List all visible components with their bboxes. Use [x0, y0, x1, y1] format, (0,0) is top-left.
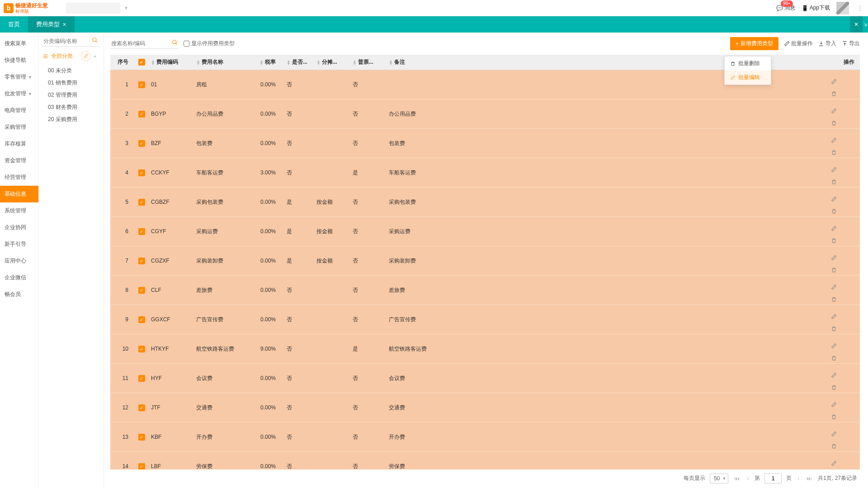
col-rate[interactable]: ▲▼税率	[252, 55, 284, 70]
category-item[interactable]: 02 管理费用	[39, 89, 104, 101]
edit-row-button[interactable]	[831, 431, 854, 437]
col-select-all[interactable]: ✓	[135, 55, 148, 70]
edit-row-button[interactable]	[831, 108, 854, 114]
delete-row-button[interactable]	[831, 443, 854, 449]
search-icon[interactable]	[92, 37, 98, 43]
col-is[interactable]: ▲▼是否...	[284, 55, 314, 70]
table-row[interactable]: 4✓CCKYF车船客运费3.00%否是车船客运费	[110, 158, 860, 188]
sidebar-item[interactable]: 搜索菜单	[0, 35, 38, 52]
sidebar-item[interactable]: 应用中心	[0, 253, 38, 269]
bulk-delete-item[interactable]: 批量删除	[725, 56, 771, 70]
table-row[interactable]: 13✓KBF开办费0.00%否否开办费	[110, 422, 860, 452]
delete-row-button[interactable]	[831, 150, 854, 155]
sidebar-item[interactable]: 企业协同	[0, 219, 38, 236]
table-row[interactable]: 9✓GGXCF广告宣传费0.00%否否广告宣传费	[110, 305, 860, 334]
table-row[interactable]: 14✓LBF劳保费0.00%否否劳保费	[110, 452, 860, 470]
cell-checkbox[interactable]: ✓	[135, 246, 148, 276]
cell-checkbox[interactable]: ✓	[135, 99, 148, 129]
sidebar-item[interactable]: 畅会员	[0, 286, 38, 303]
sidebar-item[interactable]: 电商管理	[0, 102, 38, 119]
cell-checkbox[interactable]: ✓	[135, 158, 148, 188]
avatar[interactable]	[836, 2, 849, 14]
sidebar-item[interactable]: 经营管理	[0, 169, 38, 186]
app-download-button[interactable]: 📱 App下载	[802, 4, 830, 12]
export-button[interactable]: 导出	[842, 40, 860, 47]
sidebar-item[interactable]: 零售管理▼	[0, 69, 38, 85]
page-input[interactable]	[764, 473, 782, 483]
cell-checkbox[interactable]: ✓	[135, 70, 148, 99]
sidebar-item[interactable]: 批发管理▼	[0, 85, 38, 102]
table-row[interactable]: 10✓HTKYF航空铁路客运费9.00%否是航空铁路客运费	[110, 334, 860, 364]
fullscreen-toggle[interactable]: ⇲	[863, 16, 868, 33]
col-share[interactable]: ▲▼分摊...	[314, 55, 350, 70]
col-code[interactable]: ▲▼费用编码	[148, 55, 193, 70]
search-icon[interactable]	[172, 39, 178, 46]
cell-checkbox[interactable]: ✓	[135, 334, 148, 364]
delete-row-button[interactable]	[831, 91, 854, 97]
edit-row-button[interactable]	[831, 255, 854, 261]
show-disabled-checkbox[interactable]: 显示停用费用类型	[184, 40, 235, 47]
table-row[interactable]: 12✓JTF交通费0.00%否否交通费	[110, 393, 860, 422]
edit-row-button[interactable]	[831, 79, 854, 84]
category-item[interactable]: 03 财务费用	[39, 101, 104, 113]
delete-row-button[interactable]	[831, 385, 854, 390]
per-page-select[interactable]: 50 ▼	[710, 474, 728, 483]
edit-row-button[interactable]	[831, 402, 854, 408]
edit-row-button[interactable]	[831, 343, 854, 349]
edit-row-button[interactable]	[831, 196, 854, 202]
category-item[interactable]: 20 采购费用	[39, 113, 104, 126]
cell-checkbox[interactable]: ✓	[135, 452, 148, 470]
sidebar-item[interactable]: 基础信息	[0, 186, 38, 202]
category-item[interactable]: 01 销售费用	[39, 77, 104, 89]
cell-checkbox[interactable]: ✓	[135, 305, 148, 334]
sidebar-item[interactable]: 系统管理	[0, 202, 38, 219]
sidebar-item[interactable]: 库存核算	[0, 136, 38, 152]
cell-checkbox[interactable]: ✓	[135, 276, 148, 305]
new-fee-type-button[interactable]: + 新增费用类型	[730, 37, 778, 50]
cell-checkbox[interactable]: ✓	[135, 129, 148, 158]
edit-category-button[interactable]	[81, 51, 91, 61]
first-page-button[interactable]: ⏮	[733, 475, 741, 482]
edit-row-button[interactable]	[831, 372, 854, 378]
next-page-button[interactable]: ›	[796, 475, 801, 482]
close-icon[interactable]: ✕	[62, 22, 66, 28]
delete-row-button[interactable]	[831, 355, 854, 361]
prev-page-button[interactable]: ‹	[745, 475, 750, 482]
delete-row-button[interactable]	[831, 208, 854, 214]
cell-checkbox[interactable]: ✓	[135, 422, 148, 452]
edit-row-button[interactable]	[831, 137, 854, 143]
edit-row-button[interactable]	[831, 460, 854, 466]
delete-row-button[interactable]	[831, 179, 854, 185]
table-row[interactable]: 5✓CGBZF采购包装费0.00%是按金额否采购包装费	[110, 188, 860, 217]
delete-row-button[interactable]	[831, 296, 854, 302]
messages-button[interactable]: 💬 消息 99+	[776, 4, 795, 12]
category-all-label[interactable]: 全部分类	[51, 52, 78, 60]
collapse-panel-button[interactable]: «	[94, 53, 100, 59]
col-name[interactable]: ▲▼费用名称	[193, 55, 252, 70]
table-row[interactable]: 8✓CLF差旅费0.00%否否差旅费	[110, 276, 860, 305]
bulk-edit-item[interactable]: 批量编辑	[725, 70, 771, 84]
col-index[interactable]: 序号	[110, 55, 135, 70]
import-button[interactable]: 导入	[818, 40, 836, 47]
table-row[interactable]: 6✓CGYF采购运费0.00%是按金额否采购运费	[110, 217, 860, 246]
cell-checkbox[interactable]: ✓	[135, 364, 148, 393]
sidebar-item[interactable]: 采购管理	[0, 119, 38, 136]
delete-row-button[interactable]	[831, 267, 854, 273]
search-input[interactable]	[110, 38, 178, 49]
chevron-down-icon[interactable]: ▼	[124, 5, 128, 10]
tab-home[interactable]: 首页	[0, 16, 28, 33]
tab-fee-type[interactable]: 费用类型 ✕	[28, 16, 75, 33]
bulk-actions-button[interactable]: 批量操作 批量删除 批量编辑	[784, 40, 813, 47]
edit-row-button[interactable]	[831, 314, 854, 319]
close-all-tabs-button[interactable]: ✕	[850, 16, 863, 33]
org-selector[interactable]	[66, 3, 120, 14]
edit-row-button[interactable]	[831, 167, 854, 173]
edit-row-button[interactable]	[831, 284, 854, 290]
col-pp[interactable]: ▲▼普票...	[350, 55, 386, 70]
category-item[interactable]: 00 未分类	[39, 65, 104, 77]
category-search-input[interactable]	[42, 36, 100, 47]
delete-row-button[interactable]	[831, 414, 854, 420]
last-page-button[interactable]: ⏭	[805, 475, 813, 482]
edit-row-button[interactable]	[831, 225, 854, 231]
user-menu-caret-icon[interactable]: ⋮	[855, 2, 864, 14]
